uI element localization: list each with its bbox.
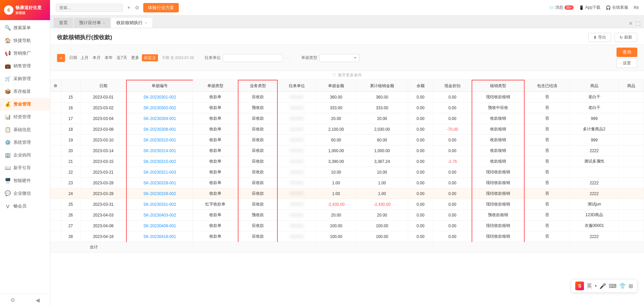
app-download-item[interactable]: 📱 App下载: [579, 5, 600, 10]
cell-billno: SK-20230304-001: [126, 113, 193, 124]
custom-link[interactable]: 自定义: [142, 54, 158, 61]
page-header: 收款核销执行(按收款) ⬆ 导出 ↻ 刷新: [50, 28, 644, 45]
col-partner-header: 往来单位: [277, 80, 316, 92]
bill-no-link[interactable]: SK-20230302-002: [143, 106, 176, 110]
bill-no-link[interactable]: SK-20230328-001: [143, 181, 176, 185]
cell-goods2: [619, 210, 644, 221]
cell-partner: XXXXX: [277, 156, 316, 167]
sidebar-item-search[interactable]: 🔍搜索菜单: [0, 21, 50, 34]
cell-billtype: 红字收款单: [193, 199, 238, 210]
sidebar-item-system[interactable]: ⚙️系统管理: [0, 136, 50, 149]
cell-includeclear: 否: [524, 135, 570, 145]
cell-goods1: 2222: [570, 178, 619, 188]
bill-no-link[interactable]: SK-20230408-001: [143, 224, 176, 228]
bill-no-link[interactable]: SK-20230328-002: [143, 191, 176, 196]
setting-button[interactable]: 设置: [616, 58, 637, 68]
tabs-close-icon[interactable]: ✕: [629, 20, 633, 26]
export-label: 导出: [598, 35, 606, 40]
toolbar-dot-icon[interactable]: •: [595, 283, 597, 289]
sidebar-settings-icon[interactable]: ⚙: [10, 297, 15, 303]
cell-gear: [50, 92, 61, 103]
sidebar-item-hardware[interactable]: 🖥️智能硬件: [0, 174, 50, 187]
bill-no-link[interactable]: SK-20230301-002: [143, 95, 176, 100]
sidebar-item-operation[interactable]: 📊经营管理: [0, 111, 50, 123]
expand-more-bar[interactable]: ▽ 展开更多条件: [50, 71, 644, 80]
tab-collection[interactable]: 收款核销执行 ×: [111, 18, 152, 28]
cell-cumulative: 2,030.00: [356, 124, 408, 135]
tab-prepay[interactable]: 预计应付单 ×: [74, 18, 110, 28]
messages-badge-item[interactable]: 📨 消息 99+: [549, 5, 574, 10]
toolbar-text-icon[interactable]: 英: [587, 283, 592, 290]
toolbar-keyboard-icon[interactable]: ⌨: [609, 283, 616, 289]
bill-type-select[interactable]: [319, 54, 360, 62]
online-service-item[interactable]: 🎧 在线客服: [606, 5, 628, 10]
col-gear-header[interactable]: ⚙: [50, 80, 61, 92]
partner-filter-group: 往来单位 ···: [205, 54, 290, 62]
bill-no-link[interactable]: SK-20230331-002: [143, 202, 176, 207]
sidebar-item-corp[interactable]: 🏢企业协同: [0, 149, 50, 162]
cell-goods2: [619, 156, 644, 167]
bill-no-link[interactable]: SK-20230308-001: [143, 127, 176, 132]
sidebar-item-purchase[interactable]: 🛒采购管理: [0, 72, 50, 85]
tab-collection-close[interactable]: ×: [145, 21, 147, 25]
bill-no-link[interactable]: SK-20230310-001: [143, 138, 176, 142]
cell-biztype: 应收款: [238, 188, 277, 199]
last-month-link[interactable]: 上月: [79, 54, 90, 61]
sidebar-collapse-icon[interactable]: ◀: [36, 297, 40, 303]
refresh-button[interactable]: ↻ 刷新: [614, 33, 637, 42]
sidebar-item-finance[interactable]: 💰资金管理: [0, 98, 50, 111]
cell-discount: -2.76: [433, 156, 472, 167]
bill-no-link[interactable]: SK-20230403-002: [143, 213, 176, 218]
cell-gear: [50, 113, 61, 124]
partner-input[interactable]: [223, 54, 283, 62]
tab-prepay-close[interactable]: ×: [103, 21, 105, 25]
cell-partner: XXXXX: [277, 231, 316, 242]
sidebar-label-guide: 新手引导: [13, 165, 31, 171]
export-button[interactable]: ⬆ 导出: [588, 33, 611, 42]
sidebar-item-sales[interactable]: 💼销售管理: [0, 60, 50, 72]
topbar-gear-icon[interactable]: ⚙: [135, 5, 139, 11]
sidebar-item-inventory[interactable]: 📦库存核算: [0, 85, 50, 98]
sidebar-item-marketing[interactable]: 📢营销推广: [0, 47, 50, 60]
topbar: ▼ ⚙ 体验行业方案 📨 消息 99+ 📱 App下载 🎧 在线客服 Rit: [50, 0, 644, 15]
topbar-search-input[interactable]: [56, 4, 123, 12]
bill-no-link[interactable]: SK-20230314-001: [143, 148, 176, 153]
sidebar-item-wechat[interactable]: 💬企业微信: [0, 187, 50, 200]
bill-no-link[interactable]: SK-20230304-001: [143, 116, 176, 121]
table-row: 27 2023-04-08 SK-20230408-001 收款单 应收款 XX…: [50, 221, 644, 231]
sidebar-item-basic[interactable]: 📋基础信息: [0, 123, 50, 136]
tabs-expand-icon[interactable]: ⛶: [636, 21, 641, 26]
this-month-link[interactable]: 本月: [91, 54, 102, 61]
query-button[interactable]: 查询: [616, 48, 637, 57]
sidebar-item-member[interactable]: V畅会员: [0, 200, 50, 212]
industry-solution-button[interactable]: 体验行业方案: [143, 3, 179, 12]
toolbar-mic-icon[interactable]: 🎤: [599, 283, 606, 289]
topbar-dropdown-arrow[interactable]: ▼: [127, 5, 131, 10]
cell-amount: 1.00: [316, 178, 356, 188]
cell-goods1: 老白干: [570, 92, 619, 103]
page-content: 收款核销执行(按收款) ⬆ 导出 ↻ 刷新 » 日期 上月 本月 本: [50, 28, 644, 306]
date-filter-label: 日期: [69, 55, 77, 61]
toolbar-grid-icon[interactable]: ⊞: [629, 283, 633, 289]
cell-billno: SK-20230308-001: [126, 124, 193, 135]
cell-goods1: 2222: [570, 145, 619, 156]
cell-seq: 27: [61, 221, 80, 231]
cell-discount: 0.00: [433, 231, 472, 242]
this-year-link[interactable]: 本年: [103, 54, 114, 61]
bill-no-link[interactable]: SK-20230315-002: [143, 159, 176, 164]
sidebar-item-quicknav[interactable]: 🏠快捷导航: [0, 34, 50, 47]
sidebar-label-finance: 资金管理: [13, 101, 31, 107]
bill-no-link[interactable]: SK-20230418-001: [143, 234, 176, 239]
footer-label: 合计: [61, 242, 126, 253]
cell-canceltype: 现结收款核销: [472, 221, 524, 231]
tab-home[interactable]: 首页: [54, 18, 73, 28]
last7-link[interactable]: 近7天: [115, 54, 128, 61]
toolbar-shirt-icon[interactable]: 👕: [619, 283, 626, 289]
user-avatar[interactable]: Rit: [634, 5, 639, 10]
filter-toggle-btn[interactable]: »: [57, 54, 65, 62]
sidebar-item-guide[interactable]: 📖新手引导: [0, 162, 50, 174]
cell-goods2: [619, 199, 644, 210]
more-link[interactable]: 更多: [130, 54, 141, 61]
bill-no-link[interactable]: SK-20230321-003: [143, 170, 176, 175]
cell-billno: SK-20230321-003: [126, 167, 193, 178]
